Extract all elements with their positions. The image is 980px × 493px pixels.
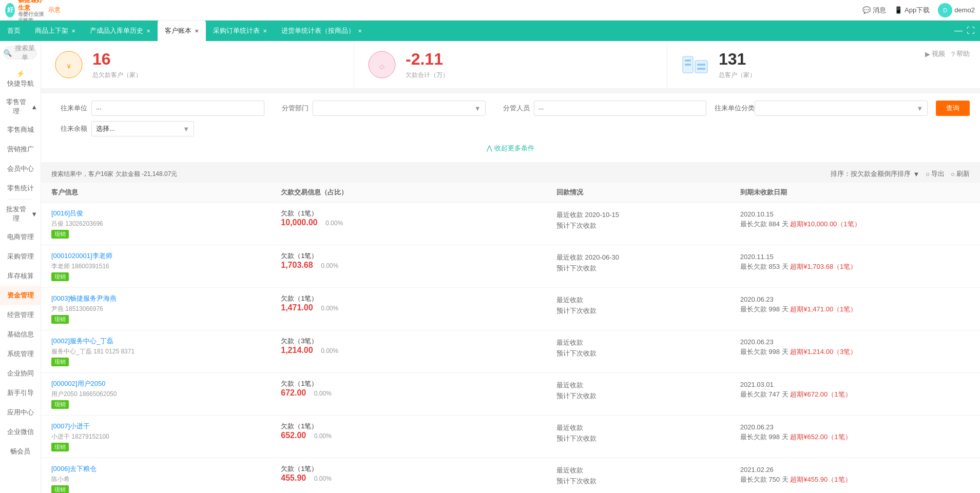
customer-name-3[interactable]: [0002]服务中心_丁磊	[51, 337, 281, 346]
tab-maximize-btn[interactable]: ⛶	[967, 26, 975, 35]
customer-info-2: [0003]畅捷服务尹海燕 尹燕 18513066976 现销	[51, 294, 281, 324]
sidebar-item-system[interactable]: 系统管理	[0, 344, 41, 364]
tab-purchase-order[interactable]: 采购订单统计表 ✕	[206, 21, 274, 41]
customer-info-6: [0006]去下粮仓 陈小希 现销	[51, 464, 281, 493]
last-payment-2: 最近收款	[556, 295, 740, 305]
customer-name-0[interactable]: [0016]吕俊	[51, 209, 281, 218]
sidebar-item-business[interactable]: 经营管理	[0, 305, 41, 325]
customer-name-6[interactable]: [0006]去下粮仓	[51, 464, 281, 474]
tab-customer-account-close[interactable]: ✕	[195, 28, 199, 34]
customer-name-4[interactable]: [000002]用户2050	[51, 379, 281, 388]
sidebar-item-inventory[interactable]: 库存核算	[0, 266, 41, 286]
help-action[interactable]: ? 帮助	[951, 49, 970, 58]
tab-production-close[interactable]: ✕	[146, 28, 150, 34]
sidebar-item-basic-info[interactable]: 基础信息	[0, 325, 41, 344]
tab-customer-account[interactable]: 客户账本 ✕	[158, 21, 206, 41]
app-download-action[interactable]: 📱 App下载	[894, 6, 930, 15]
sidebar-item-guide[interactable]: 新手引导	[0, 383, 41, 403]
overdue-amount-5[interactable]: 超期¥652.00（1笔）	[790, 433, 851, 441]
refresh-action[interactable]: ○ 刷新	[951, 169, 970, 179]
overdue-amount-6[interactable]: 超期¥455.90（1笔）	[790, 476, 851, 483]
debt-ratio-4: 0.00%	[314, 390, 332, 397]
customer-info-5: [0007]小迸干 小迸干 18279152100 现销	[51, 422, 281, 451]
sidebar-item-member[interactable]: 会员中心	[0, 159, 41, 179]
guide-label: 新手引导	[7, 388, 34, 398]
debt-count-1: 欠款（1笔）	[281, 251, 556, 261]
overdue-amount-3[interactable]: 超期¥1,214.00（3笔）	[790, 348, 857, 356]
debt-info-0: 欠款（1笔） 10,000.00 0.00%	[281, 209, 556, 227]
svg-rect-5	[695, 61, 707, 73]
last-payment-4: 最近收款	[556, 381, 740, 390]
return-info-4: 最近收款 预计下次收款	[556, 379, 740, 402]
debt-count-6: 欠款（1笔）	[281, 464, 556, 474]
balance-select[interactable]: 选择... ▼	[91, 121, 194, 136]
tab-purchase-stats-close[interactable]: ✕	[358, 28, 362, 34]
return-info-6: 最近收款 预计下次收款	[556, 464, 740, 487]
tab-minimize-btn[interactable]: —	[954, 26, 963, 35]
video-icon: ▶	[925, 50, 930, 58]
overdue-amount-0[interactable]: 超期¥10,000.00（1笔）	[790, 220, 860, 228]
manager-input[interactable]: ···	[534, 101, 707, 116]
search-menu-btn[interactable]: 🔍 搜索菜单	[3, 46, 37, 60]
user-profile[interactable]: D demo2	[938, 3, 975, 17]
collapse-bar[interactable]: ⋀ 收起更多条件	[51, 142, 970, 155]
sidebar-item-vip[interactable]: 畅会员	[0, 442, 41, 461]
video-action[interactable]: ▶ 视频	[925, 49, 945, 58]
overdue-date-1: 2020.11.15	[740, 253, 970, 261]
customer-info-3: [0002]服务中心_丁磊 服务中心_丁磊 181 0125 8371 现销	[51, 337, 281, 366]
customer-phone-2: 尹燕 18513066976	[51, 305, 281, 313]
export-icon: ○	[926, 170, 930, 178]
tab-products-close[interactable]: ✕	[71, 28, 75, 34]
debt-info-6: 欠款（1笔） 455.90 0.00%	[281, 464, 556, 483]
message-action[interactable]: 💬 消息	[862, 6, 886, 15]
tab-purchase-stats[interactable]: 进货单统计表（按商品） ✕	[274, 21, 369, 41]
customer-name-2[interactable]: [0003]畅捷服务尹海燕	[51, 294, 281, 303]
overdue-customers-label: 总欠款客户（家）	[92, 71, 341, 80]
sidebar-toggle[interactable]: 示意	[48, 6, 61, 14]
last-payment-1: 最近收款 2020-06-30	[556, 253, 740, 262]
tab-purchase-stats-label: 进货单统计表（按商品）	[281, 26, 355, 35]
sidebar-item-quick-nav[interactable]: ⚡ 快捷导航	[0, 65, 41, 93]
overdue-info-5: 2020.06.23 最长欠款 998 天 超期¥652.00（1笔）	[740, 422, 970, 443]
tab-products[interactable]: 商品上下架 ✕	[28, 21, 83, 41]
overdue-date-0: 2020.10.15	[740, 210, 970, 218]
sidebar-item-wholesale-mgmt[interactable]: 批发管理 ▼	[0, 201, 41, 227]
debt-info-5: 欠款（1笔） 652.00 0.00%	[281, 422, 556, 440]
next-payment-4: 预计下次收款	[556, 391, 740, 401]
sidebar-item-retail-mgmt[interactable]: 零售管理 ▲	[0, 93, 41, 120]
overdue-amount-4[interactable]: 超期¥672.00（1笔）	[790, 390, 851, 398]
unit-category-select[interactable]: ▼	[755, 101, 928, 116]
purchase-label: 采购管理	[7, 252, 34, 261]
overdue-amount-1[interactable]: 超期¥1,703.68（1笔）	[790, 263, 857, 270]
sidebar-item-finance[interactable]: 资金管理	[0, 286, 41, 305]
query-button[interactable]: 查询	[936, 101, 970, 116]
customer-tag-0: 现销	[51, 230, 69, 239]
overdue-amount-2[interactable]: 超期¥1,471.00（1笔）	[790, 305, 857, 313]
retail-stats-label: 零售统计	[7, 184, 34, 193]
export-action[interactable]: ○ 导出	[926, 169, 945, 179]
stats-bar: ¥ 16 总欠款客户（家） ◇	[41, 41, 980, 88]
customer-name-1[interactable]: [0001020001]李老师	[51, 251, 281, 261]
tab-purchase-order-close[interactable]: ✕	[263, 28, 267, 34]
sidebar-item-app-center[interactable]: 应用中心	[0, 403, 41, 422]
tab-production[interactable]: 产成品入库单历史 ✕	[83, 21, 158, 41]
table-header: 客户信息 欠款交易信息（占比） 回款情况 到期未收款日期	[41, 183, 980, 203]
stat-actions: ▶ 视频 ? 帮助	[925, 49, 970, 58]
from-unit-input[interactable]: ···	[91, 101, 264, 116]
sidebar-item-enterprise[interactable]: 企业协同	[0, 364, 41, 383]
customer-name-5[interactable]: [0007]小迸干	[51, 422, 281, 431]
balance-arrow: ▼	[183, 125, 189, 133]
sidebar-item-purchase[interactable]: 采购管理	[0, 247, 41, 266]
sidebar-item-retail-stats[interactable]: 零售统计	[0, 179, 41, 198]
tab-home[interactable]: 首页	[0, 21, 28, 41]
sort-control[interactable]: 排序：按欠款金额倒序排序 ▼	[831, 169, 919, 179]
sidebar-item-wechat[interactable]: 企业微信	[0, 422, 41, 442]
debt-ratio-3: 0.00%	[321, 347, 338, 354]
table-row: [0003]畅捷服务尹海燕 尹燕 18513066976 现销 欠款（1笔） 1…	[41, 288, 980, 330]
sidebar-item-ecommerce[interactable]: 电商管理	[0, 227, 41, 247]
sidebar-item-marketing[interactable]: 营销推广	[0, 140, 41, 159]
sidebar-item-retail-store[interactable]: 零售商城	[0, 120, 41, 140]
overdue-amount-label: 欠款合计（万）	[406, 71, 655, 80]
dept-select[interactable]: ▼	[313, 101, 486, 116]
data-table: 客户信息 欠款交易信息（占比） 回款情况 到期未收款日期 [0016]吕俊 吕俊…	[41, 183, 980, 493]
